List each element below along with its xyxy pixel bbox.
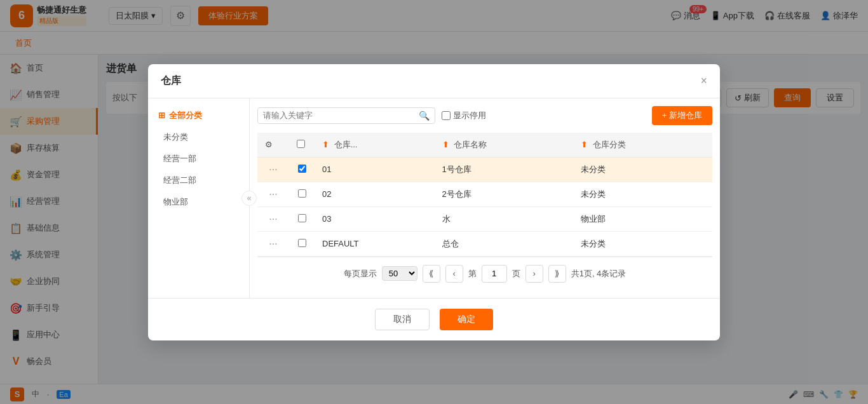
col-header-gear: ⚙: [257, 133, 289, 158]
row-index: DEFAULT: [315, 231, 435, 256]
sort-icon: ⬆: [322, 140, 329, 149]
warehouse-table: ⚙ ⬆ 仓库... ⬆ 仓库名称: [257, 133, 712, 257]
first-page-button[interactable]: ⟪: [423, 265, 440, 283]
collapse-sidebar-button[interactable]: «: [241, 191, 257, 206]
row-checkbox[interactable]: [298, 189, 306, 198]
modal-close-button[interactable]: ×: [700, 74, 707, 88]
all-categories[interactable]: ⊞ 全部分类: [148, 105, 249, 126]
row-index: 03: [315, 206, 435, 231]
category-item-operations2[interactable]: 经营二部: [148, 170, 249, 191]
row-index: 02: [315, 182, 435, 206]
row-category: 物业部: [573, 206, 712, 231]
grid-icon: ⊞: [158, 111, 165, 120]
table-toolbar: 🔍 显示停用 + 新增仓库: [257, 106, 712, 125]
table-row[interactable]: ··· 01 1号仓库 未分类: [257, 157, 712, 182]
col-header-checkbox: [289, 133, 315, 158]
col-header-category: ⬆ 仓库分类: [573, 133, 712, 158]
row-checkbox-cell: [289, 182, 315, 206]
row-checkbox-cell: [289, 231, 315, 256]
category-sidebar: ⊞ 全部分类 未分类 经营一部 经营二部 物业部 «: [148, 98, 250, 298]
modal-title: 仓库: [161, 74, 181, 88]
per-page-label: 每页显示: [344, 268, 377, 279]
add-warehouse-button[interactable]: + 新增仓库: [652, 106, 712, 125]
page-number-input[interactable]: [482, 265, 507, 283]
row-actions: ···: [257, 182, 289, 206]
search-icon[interactable]: 🔍: [419, 111, 430, 121]
row-checkbox-cell: [289, 157, 315, 182]
row-index: 01: [315, 157, 435, 182]
row-checkbox-cell: [289, 206, 315, 231]
category-item-operations1[interactable]: 经营一部: [148, 148, 249, 170]
sort-icon: ⬆: [581, 140, 588, 149]
next-page-button[interactable]: ›: [526, 265, 543, 283]
row-actions: ···: [257, 157, 289, 182]
modal-footer: 取消 确定: [148, 298, 720, 340]
row-category: 未分类: [573, 231, 712, 256]
col-header-code: ⬆ 仓库...: [315, 133, 435, 158]
row-checkbox[interactable]: [298, 239, 306, 247]
per-page-select[interactable]: 50 20 100: [382, 266, 417, 281]
pagination: 每页显示 50 20 100 ⟪ ‹ 第 页 › ⟫ 共1页, 4条记录: [257, 257, 712, 290]
warehouse-modal: 仓库 × ⊞ 全部分类 未分类 经营一部 经营二部 物业部 «: [148, 64, 720, 340]
row-category: 未分类: [573, 182, 712, 206]
row-actions: ···: [257, 231, 289, 256]
col-header-name: ⬆ 仓库名称: [435, 133, 574, 158]
show-disabled-label: 显示停用: [442, 110, 486, 121]
table-row[interactable]: ··· 03 水 物业部: [257, 206, 712, 231]
cancel-button[interactable]: 取消: [375, 309, 430, 330]
show-disabled-checkbox[interactable]: [442, 111, 451, 120]
last-page-button[interactable]: ⟫: [548, 265, 566, 283]
table-container: ⚙ ⬆ 仓库... ⬆ 仓库名称: [257, 133, 712, 257]
category-item-property[interactable]: 物业部: [148, 191, 249, 213]
row-category: 未分类: [573, 157, 712, 182]
select-all-checkbox[interactable]: [297, 140, 305, 148]
table-row[interactable]: ··· DEFAULT 总仓 未分类: [257, 231, 712, 256]
table-row[interactable]: ··· 02 2号仓库 未分类: [257, 182, 712, 206]
modal-overlay: 仓库 × ⊞ 全部分类 未分类 经营一部 经营二部 物业部 «: [0, 0, 868, 404]
search-wrap: 🔍: [257, 107, 435, 124]
total-records-label: 共1页, 4条记录: [571, 268, 627, 279]
search-input[interactable]: [263, 111, 419, 120]
modal-header: 仓库 ×: [148, 64, 720, 98]
row-name: 水: [435, 206, 574, 231]
table-area: 🔍 显示停用 + 新增仓库 ⚙: [250, 98, 720, 298]
page-label: 页: [512, 268, 520, 279]
prev-page-button[interactable]: ‹: [445, 265, 463, 283]
row-name: 总仓: [435, 231, 574, 256]
sort-icon: ⬆: [442, 140, 449, 149]
page-label-prefix: 第: [468, 268, 477, 279]
modal-body: ⊞ 全部分类 未分类 经营一部 经营二部 物业部 « 🔍: [148, 98, 720, 298]
row-checkbox[interactable]: [298, 214, 306, 222]
row-checkbox[interactable]: [298, 165, 306, 173]
row-name: 1号仓库: [435, 157, 574, 182]
row-actions: ···: [257, 206, 289, 231]
confirm-button[interactable]: 确定: [440, 309, 493, 330]
category-item-unclassified[interactable]: 未分类: [148, 126, 249, 148]
row-name: 2号仓库: [435, 182, 574, 206]
